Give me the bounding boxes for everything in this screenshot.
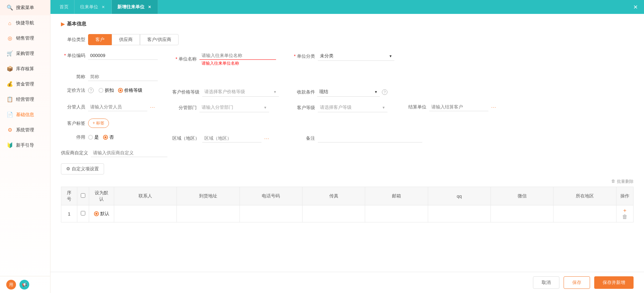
settlement-unit-more-btn[interactable]: ··· (491, 104, 496, 110)
tab-partners-close[interactable]: ✕ (100, 4, 106, 10)
manager-more-btn[interactable]: ··· (150, 104, 155, 110)
row-qq-input[interactable] (432, 211, 487, 217)
remark-input[interactable] (318, 134, 422, 143)
sidebar-item-sales[interactable]: ◎ 销售管理 (0, 31, 50, 46)
settlement-unit-input[interactable] (429, 103, 488, 111)
pricing-discount-radio[interactable]: 折扣 (99, 87, 114, 93)
custom-settings-button[interactable]: ⚙ 自定义项设置 (61, 163, 104, 174)
sidebar-item-finance[interactable]: 💰 资金管理 (0, 76, 50, 92)
disable-label: 停用 (61, 134, 85, 140)
settlement-unit-field: 结算单位 ··· (402, 103, 634, 111)
disable-field: 停用 是 否 (61, 134, 172, 140)
row-wechat-input[interactable] (494, 211, 550, 217)
main-area: 首页 往来单位 ✕ 新增往来单位 ✕ ✕ ▶ 基本信息 单位类型 客户 供应商 … (50, 0, 644, 293)
add-tag-button[interactable]: + 标签 (88, 119, 109, 128)
row-email-input[interactable] (369, 211, 424, 217)
disable-no-radio[interactable]: 否 (103, 134, 114, 140)
search-icon: 🔍 (6, 4, 13, 11)
unit-name-input[interactable] (199, 51, 276, 60)
row-address[interactable] (177, 205, 239, 222)
save-and-new-button[interactable]: 保存并新增 (594, 276, 634, 289)
row-fax-input[interactable] (306, 211, 361, 217)
payment-terms-help-icon[interactable]: ? (382, 89, 387, 95)
row-address-input[interactable] (180, 211, 236, 217)
unit-type-field: 单位类型 客户 供应商 客户/供应商 (61, 34, 634, 45)
sidebar-item-purchase[interactable]: 🛒 采购管理 (0, 46, 50, 61)
window-close-button[interactable]: ✕ (630, 4, 641, 10)
contact-table: 序号 设为默认 联系人 到货地址 电话号码 传真 邮箱 qq 微信 所在地区 操… (61, 187, 634, 222)
row-wechat[interactable] (491, 205, 553, 222)
row-region[interactable] (553, 205, 616, 222)
manager-row: 分管人员 ··· 分管部门 请输入分管部门 ▼ 客户等级 请选择客户等级 ▼ 结… (61, 103, 634, 112)
tab-home[interactable]: 首页 (54, 0, 74, 14)
tab-new-partner[interactable]: 新增往来单位 ✕ (112, 0, 158, 14)
short-name-input[interactable] (88, 73, 158, 81)
row-checkbox-cell (77, 205, 89, 222)
customer-tag-label: 客户标签 (61, 120, 85, 127)
customer-level-arrow: ▼ (382, 106, 385, 109)
row-region-input[interactable] (557, 211, 612, 217)
row-contact-input[interactable] (118, 211, 173, 217)
row-email[interactable] (365, 205, 428, 222)
add-row-button[interactable]: + (623, 207, 626, 214)
sidebar-item-search[interactable]: 🔍 搜索菜单 (0, 0, 50, 15)
row-phone-input[interactable] (243, 211, 299, 217)
unit-type-supplier-btn[interactable]: 供应商 (112, 34, 140, 45)
col-region: 所在地区 (553, 187, 616, 205)
sidebar-item-inventory[interactable]: 📦 库存核算 (0, 61, 50, 76)
disable-region-remark-row: 停用 是 否 区域（地区） ··· 备注 (61, 134, 634, 143)
sidebar-item-guide[interactable]: 🔰 新手引导 (0, 138, 50, 153)
row-checkbox[interactable] (81, 211, 85, 215)
region-label: 区域（地区） (172, 135, 199, 141)
tab-home-label: 首页 (60, 4, 69, 10)
select-all-checkbox[interactable] (81, 193, 85, 198)
manager-field: 分管人员 ··· (61, 103, 172, 111)
unit-category-select[interactable]: 未分类 ▼ (318, 51, 394, 61)
user-avatar[interactable]: 用 (6, 280, 16, 290)
pricing-level-radio[interactable]: 价格等级 (118, 87, 142, 93)
row-qq[interactable] (428, 205, 490, 222)
pricing-level-circle (118, 88, 123, 93)
sidebar-item-label: 资金管理 (16, 81, 34, 87)
supplier-custom-label: 供应商自定义 (61, 150, 88, 156)
manager-input[interactable] (88, 103, 147, 111)
customer-level-select[interactable]: 请选择客户等级 ▼ (318, 103, 387, 112)
cancel-button[interactable]: 取消 (533, 276, 559, 289)
sidebar-item-basic-info[interactable]: 📄 基础信息 (0, 107, 50, 122)
system-icon: ⚙ (6, 127, 13, 133)
pricing-help-icon[interactable]: ? (88, 88, 94, 93)
unit-category-value: 未分类 (320, 53, 333, 59)
unit-code-input[interactable] (88, 51, 158, 60)
unit-type-customer-btn[interactable]: 客户 (88, 34, 112, 45)
sidebar-item-quick-nav[interactable]: ⌂ 快捷导航 (0, 15, 50, 31)
supplier-custom-input[interactable] (91, 149, 167, 157)
disable-yes-radio[interactable]: 是 (88, 134, 99, 140)
save-button[interactable]: 保存 (564, 276, 590, 289)
row-default-radio[interactable]: 默认 (93, 211, 110, 217)
unit-category-label: 单位分类 (291, 53, 315, 59)
batch-delete-area: 🗑 批量删除 (61, 179, 634, 185)
row-default-circle (94, 211, 99, 216)
tab-partners[interactable]: 往来单位 ✕ (74, 0, 112, 14)
region-input[interactable] (202, 134, 261, 143)
batch-delete-label[interactable]: 批量删除 (617, 179, 634, 185)
table-row: 1 默认 (61, 205, 634, 222)
unit-type-both-btn[interactable]: 客户/供应商 (140, 34, 179, 45)
disable-yes-circle (88, 135, 93, 140)
tab-new-partner-close[interactable]: ✕ (147, 4, 152, 10)
row-phone[interactable] (239, 205, 302, 222)
short-name-field: 简称 (61, 73, 172, 81)
sidebar-item-operations[interactable]: 📋 经营管理 (0, 92, 50, 107)
department-select[interactable]: 请输入分管部门 ▼ (199, 103, 269, 112)
sidebar-item-label: 基础信息 (16, 112, 34, 118)
payment-terms-value: 现结 (319, 89, 328, 95)
notification-icon[interactable]: 📢 (19, 280, 29, 290)
row-fax[interactable] (302, 205, 365, 222)
customer-price-level-select[interactable]: 请选择客户价格等级 ▼ (202, 87, 279, 97)
payment-terms-select[interactable]: 现结 ▼ (317, 87, 380, 97)
delete-row-button[interactable]: 🗑 (622, 214, 628, 220)
sidebar-item-system[interactable]: ⚙ 系统管理 (0, 122, 50, 138)
row-contact[interactable] (114, 205, 176, 222)
region-more-btn[interactable]: ··· (264, 136, 269, 141)
col-checkbox (77, 187, 89, 205)
